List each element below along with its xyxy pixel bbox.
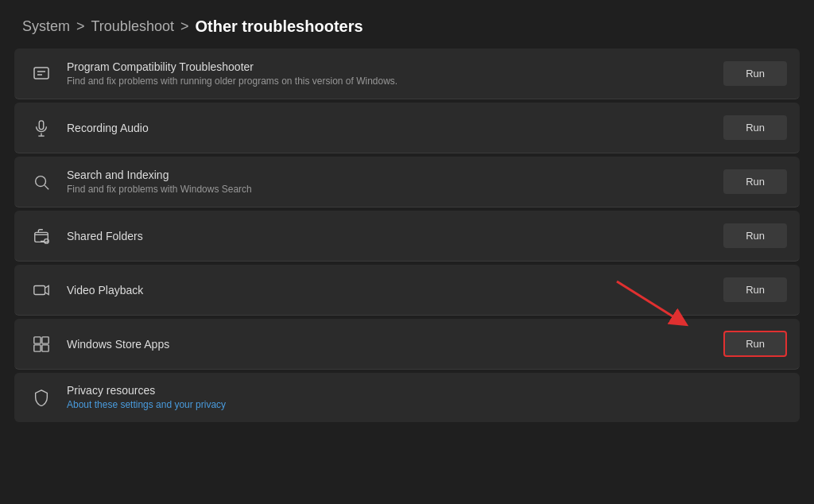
app-compat-icon xyxy=(27,64,56,83)
svg-line-7 xyxy=(45,185,48,189)
microphone-icon xyxy=(27,119,56,137)
breadcrumb-sep-2: > xyxy=(180,18,189,35)
run-search-indexing-button[interactable]: Run xyxy=(723,169,787,194)
store-icon xyxy=(27,335,56,353)
row-title: Shared Folders xyxy=(67,230,723,242)
red-arrow-indicator xyxy=(609,277,696,329)
shield-icon xyxy=(27,389,56,406)
svg-rect-11 xyxy=(34,336,41,343)
svg-rect-14 xyxy=(42,344,48,351)
privacy-link[interactable]: About these settings and your privacy xyxy=(67,399,226,410)
breadcrumb-sep-1: > xyxy=(76,18,85,35)
run-video-playback-button[interactable]: Run xyxy=(723,277,787,302)
row-text: Windows Store Apps xyxy=(67,338,723,351)
search-icon xyxy=(27,173,56,191)
svg-rect-3 xyxy=(39,120,44,129)
svg-rect-12 xyxy=(42,336,48,343)
svg-rect-0 xyxy=(34,68,48,79)
row-text: Program Compatibility Troubleshooter Fin… xyxy=(67,60,723,87)
breadcrumb-system[interactable]: System xyxy=(22,18,70,35)
run-recording-audio-button[interactable]: Run xyxy=(723,115,787,140)
svg-rect-8 xyxy=(35,232,48,242)
row-title: Program Compatibility Troubleshooter xyxy=(67,60,723,73)
breadcrumb-troubleshoot[interactable]: Troubleshoot xyxy=(91,18,174,35)
breadcrumb: System > Troubleshoot > Other troublesho… xyxy=(0,0,814,48)
row-title: Search and Indexing xyxy=(67,169,723,181)
run-program-compat-button[interactable]: Run xyxy=(723,61,787,86)
privacy-title: Privacy resources xyxy=(67,384,787,397)
row-title: Windows Store Apps xyxy=(67,338,723,351)
svg-rect-10 xyxy=(34,285,45,294)
list-item: Shared Folders Run xyxy=(14,211,800,262)
run-shared-folders-button[interactable]: Run xyxy=(723,223,787,248)
row-title: Recording Audio xyxy=(67,122,723,134)
breadcrumb-current: Other troubleshooters xyxy=(195,17,362,36)
list-item: Recording Audio Run xyxy=(14,103,800,153)
svg-line-15 xyxy=(617,281,680,321)
privacy-row: Privacy resources About these settings a… xyxy=(14,373,800,422)
row-text: Recording Audio xyxy=(67,122,723,134)
row-desc: Find and fix problems with Windows Searc… xyxy=(67,184,723,195)
row-desc: Find and fix problems with running older… xyxy=(67,76,723,87)
row-text: Privacy resources About these settings a… xyxy=(67,384,787,411)
row-text: Shared Folders xyxy=(67,230,723,242)
list-item: Windows Store Apps Run xyxy=(14,319,800,370)
video-icon xyxy=(27,281,56,299)
list-item: Program Compatibility Troubleshooter Fin… xyxy=(14,48,800,99)
shared-folder-icon xyxy=(27,227,56,245)
svg-rect-13 xyxy=(34,344,41,351)
svg-point-6 xyxy=(36,176,46,186)
troubleshooter-list: Program Compatibility Troubleshooter Fin… xyxy=(0,48,814,422)
list-item: Search and Indexing Find and fix problem… xyxy=(14,157,800,207)
row-text: Search and Indexing Find and fix problem… xyxy=(67,169,723,195)
run-windows-store-button[interactable]: Run xyxy=(723,331,787,357)
